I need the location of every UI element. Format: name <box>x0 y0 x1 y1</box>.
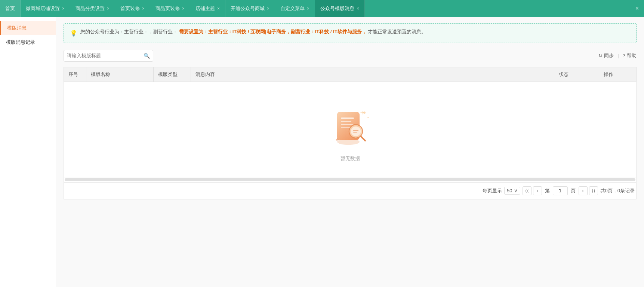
search-input[interactable] <box>67 53 144 58</box>
svg-rect-3 <box>341 117 354 119</box>
scrollbar-track[interactable] <box>65 178 635 181</box>
close-icon[interactable]: × <box>62 6 65 11</box>
col-header-type: 模版类型 <box>154 67 191 82</box>
help-button[interactable]: ? 帮助 <box>623 52 637 59</box>
svg-rect-6 <box>341 127 350 128</box>
top-navigation: 首页 微商城店铺设置 × 商品分类设置 × 首页装修 × 商品页装修 × 店铺主… <box>0 0 644 17</box>
svg-point-13 <box>367 117 369 118</box>
notice-box: 💡 您的公众号行业为：主营行业：，副营行业： 需要设置为：主营行业：IT科技 /… <box>64 23 637 43</box>
empty-state: 暂无数据 <box>64 82 636 177</box>
tab-label: 商品页装修 <box>155 5 180 12</box>
table-header-row: 序号 模版名称 模版类型 消息内容 状态 操作 <box>64 67 637 82</box>
empty-row: 暂无数据 <box>64 82 637 177</box>
data-table: 序号 模版名称 模版类型 消息内容 状态 操作 <box>64 67 637 177</box>
nav-tab-template-msg[interactable]: 公众号模版消息 × <box>315 0 365 17</box>
svg-point-8 <box>351 126 361 136</box>
content-area: 💡 您的公众号行业为：主营行业：，副营行业： 需要设置为：主营行业：IT科技 /… <box>56 17 644 287</box>
page-unit-label: 页 <box>571 187 576 194</box>
nav-tab-category[interactable]: 商品分类设置 × <box>70 0 115 17</box>
col-header-content: 消息内容 <box>191 67 554 82</box>
search-button[interactable]: 🔍 <box>144 53 150 59</box>
tab-label: 首页装修 <box>120 5 140 12</box>
toolbar-divider: | <box>617 53 619 58</box>
close-icon[interactable]: × <box>142 6 145 11</box>
notice-highlight: 需要设置为：主营行业：IT科技 / 互联网|电子商务，副营行业：IT科技 / I… <box>179 29 367 34</box>
horizontal-scrollbar[interactable] <box>64 177 637 183</box>
empty-illustration <box>328 104 373 149</box>
tab-label: 公众号模版消息 <box>320 5 354 12</box>
notice-icon: 💡 <box>70 28 77 38</box>
svg-rect-11 <box>353 132 357 133</box>
svg-rect-4 <box>341 121 351 122</box>
col-header-name: 模版名称 <box>86 67 154 82</box>
page-navigation: ⟨⟨ ‹ 第 页 › ⟩⟩ <box>523 186 598 195</box>
sidebar: 模版消息 模版消息记录 <box>0 17 56 287</box>
tab-label: 微商城店铺设置 <box>26 5 60 12</box>
close-icon[interactable]: × <box>357 6 359 11</box>
close-icon[interactable]: × <box>107 6 110 11</box>
close-icon[interactable]: × <box>267 6 269 11</box>
tab-label: 开通公众号商城 <box>231 5 265 12</box>
sidebar-item-template-msg-record[interactable]: 模版消息记录 <box>0 35 56 49</box>
nav-tab-shop-settings[interactable]: 微商城店铺设置 × <box>21 0 70 17</box>
tab-label: 首页 <box>5 5 15 12</box>
nav-tab-theme[interactable]: 店铺主题 × <box>190 0 225 17</box>
svg-rect-10 <box>353 130 358 131</box>
nav-tab-product-decor[interactable]: 商品页装修 × <box>150 0 190 17</box>
nav-tab-home-decor[interactable]: 首页装修 × <box>115 0 150 17</box>
tab-label: 商品分类设置 <box>76 5 105 12</box>
search-bar: 🔍 ↻ 同步 | ? 帮助 <box>64 50 637 62</box>
first-page-button[interactable]: ⟨⟨ <box>523 186 531 195</box>
col-header-action: 操作 <box>599 67 637 82</box>
close-icon[interactable]: × <box>307 6 309 11</box>
svg-line-9 <box>361 136 365 141</box>
col-header-status: 状态 <box>554 67 599 82</box>
help-icon: ? <box>623 53 625 58</box>
nav-tab-custom-menu[interactable]: 自定义菜单 × <box>275 0 315 17</box>
next-page-button[interactable]: › <box>579 186 588 195</box>
last-page-button[interactable]: ⟩⟩ <box>589 186 598 195</box>
tab-label: 店铺主题 <box>195 5 215 12</box>
sync-button[interactable]: ↻ 同步 <box>598 52 614 59</box>
page-size-select[interactable]: 50 ∨ <box>504 187 520 195</box>
col-header-seq: 序号 <box>64 67 86 82</box>
tab-label: 自定义菜单 <box>280 5 305 12</box>
page-number-input[interactable] <box>553 186 568 195</box>
page-size-label: 每页显示 <box>483 187 502 194</box>
prev-page-button[interactable]: ‹ <box>533 186 542 195</box>
notice-text: 您的公众号行业为：主营行业：，副营行业： 需要设置为：主营行业：IT科技 / 互… <box>80 28 426 36</box>
page-size-value: 50 <box>507 188 512 193</box>
close-icon[interactable]: × <box>217 6 220 11</box>
nav-tab-open-mall[interactable]: 开通公众号商城 × <box>225 0 275 17</box>
nav-tab-home[interactable]: 首页 <box>0 0 21 17</box>
close-icon[interactable]: × <box>182 6 185 11</box>
main-layout: 模版消息 模版消息记录 💡 您的公众号行业为：主营行业：，副营行业： 需要设置为… <box>0 17 644 287</box>
search-input-wrap: 🔍 <box>64 50 153 62</box>
sync-icon: ↻ <box>598 53 603 58</box>
toolbar-right: ↻ 同步 | ? 帮助 <box>598 52 637 59</box>
svg-rect-5 <box>341 124 353 125</box>
empty-state-text: 暂无数据 <box>64 155 636 162</box>
total-info: 共0页，0条记录 <box>600 187 635 194</box>
sidebar-item-template-msg[interactable]: 模版消息 <box>0 21 56 35</box>
pagination: 每页显示 50 ∨ ⟨⟨ ‹ 第 页 › ⟩⟩ 共0页，0条记录 <box>64 183 637 199</box>
close-all-button[interactable]: × <box>630 5 644 12</box>
chevron-down-icon: ∨ <box>514 188 518 193</box>
